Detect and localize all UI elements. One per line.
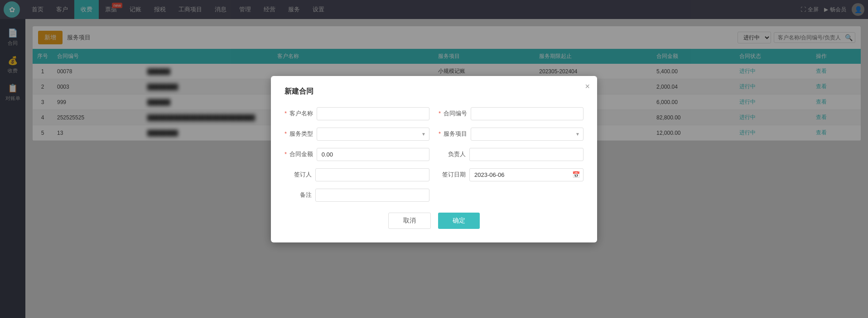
form-group-assignee: 负责人 (439, 148, 583, 161)
calendar-icon[interactable]: 📅 (572, 171, 580, 178)
note-input[interactable] (315, 189, 429, 202)
customer-name-input[interactable] (317, 107, 429, 120)
service-item-input[interactable] (471, 128, 583, 141)
form-row-2: * 服务类型 ▼ * 服务项目 (285, 128, 583, 141)
form-group-amount: * 合同金额 0.00 (285, 148, 429, 161)
assignee-label: 负责人 (439, 150, 466, 158)
form-group-service-item: * 服务项目 ▼ (439, 128, 583, 141)
modal-overlay[interactable]: × 新建合同 * 客户名称 * 合同编号 (25, 19, 868, 318)
service-type-label: * 服务类型 (285, 130, 313, 138)
form-group-contract-no: * 合同编号 (439, 107, 583, 120)
form-group-sign-date: 签订日期 2023-06-06 📅 (439, 168, 583, 181)
form-row-3: * 合同金额 0.00 负责人 (285, 148, 583, 161)
modal-close-button[interactable]: × (585, 82, 590, 90)
amount-label: * 合同金额 (285, 150, 313, 158)
sign-date-label: 签订日期 (439, 171, 466, 179)
date-wrapper: 2023-06-06 📅 (469, 168, 583, 181)
form-group-customer: * 客户名称 (285, 107, 429, 120)
form-group-signer: 签订人 (285, 168, 429, 181)
note-label: 备注 (285, 191, 312, 199)
service-item-wrapper: ▼ (471, 128, 583, 141)
service-type-wrapper: ▼ (317, 128, 429, 141)
confirm-button[interactable]: 确定 (438, 213, 480, 229)
customer-label: * 客户名称 (285, 109, 313, 118)
service-type-input[interactable] (317, 128, 429, 141)
modal-title: 新建合同 (285, 87, 583, 96)
signer-label: 签订人 (285, 171, 312, 179)
form-row-5: 备注 (285, 189, 583, 202)
amount-input[interactable]: 0.00 (317, 148, 429, 161)
cancel-button[interactable]: 取消 (388, 213, 431, 229)
sign-date-input[interactable]: 2023-06-06 (469, 168, 583, 181)
form-group-service-type: * 服务类型 ▼ (285, 128, 429, 141)
modal-footer: 取消 确定 (285, 213, 583, 229)
contract-no-label: * 合同编号 (439, 109, 467, 118)
form-row-4: 签订人 签订日期 2023-06-06 📅 (285, 168, 583, 181)
content-area: 新增 服务项目 进行中 全部 已完成 已终止 🔍 (25, 19, 868, 318)
form-group-note: 备注 (285, 189, 429, 202)
signer-input[interactable] (315, 168, 429, 181)
main-layout: 📄 合同 💰 收费 📋 对账单 新增 服务项目 进行中 全部 已完成 (0, 19, 868, 318)
service-item-label: * 服务项目 (439, 130, 467, 138)
modal-dialog: × 新建合同 * 客户名称 * 合同编号 (271, 76, 597, 242)
contract-no-input[interactable] (471, 107, 583, 120)
form-row-1: * 客户名称 * 合同编号 (285, 107, 583, 120)
assignee-input[interactable] (469, 148, 583, 161)
